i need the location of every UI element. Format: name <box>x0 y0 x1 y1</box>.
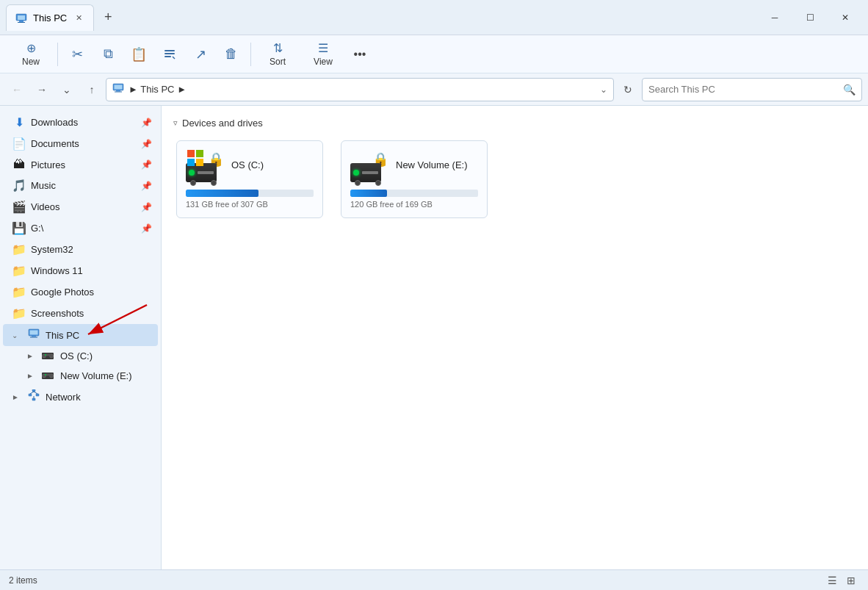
drive-progress-bar-wrap <box>186 190 314 197</box>
sidebar-item-pictures[interactable]: 🏔 Pictures 📌 <box>3 154 158 175</box>
system32-icon: 📁 <box>12 242 26 256</box>
sidebar-item-system32[interactable]: 📁 System32 <box>3 239 158 260</box>
windows11-icon: 📁 <box>12 264 26 278</box>
svg-rect-10 <box>115 92 122 93</box>
drive-progress-bar-fill <box>350 190 387 197</box>
pin-icon-videos: 📌 <box>141 202 152 212</box>
googlephotos-label: Google Photos <box>31 287 152 298</box>
network-icon <box>26 389 41 404</box>
this-pc-icon <box>26 328 41 342</box>
dropdown-history-button[interactable]: ⌄ <box>56 79 78 101</box>
toolbar-separator-1 <box>57 43 58 66</box>
up-button[interactable]: ↑ <box>81 79 103 101</box>
toolbar: ⊕ New ✂ ⧉ 📋 ↗ 🗑 ⇅ Sort ☰ View ••• <box>0 35 868 73</box>
maximize-button[interactable]: ☐ <box>793 6 827 29</box>
this-pc-expand-icon[interactable]: ⌄ <box>12 331 22 339</box>
view-button[interactable]: ☰ View <box>301 38 345 71</box>
forward-button[interactable]: → <box>31 79 53 101</box>
pin-icon-music: 📌 <box>141 181 152 191</box>
search-icon[interactable]: 🔍 <box>843 84 856 96</box>
rename-button[interactable] <box>155 40 184 69</box>
drive-item-e-drive[interactable]: 🔒 New Volume (E:) 120 GB free of 169 GB <box>341 140 488 218</box>
svg-rect-26 <box>32 389 35 392</box>
new-volume-e-expand-icon[interactable]: ► <box>26 372 37 380</box>
svg-rect-2 <box>19 21 23 22</box>
disk-wheels <box>190 180 217 186</box>
drives-grid: 🔒 OS (C:) 131 GB free of 307 GB <box>173 140 856 218</box>
address-box[interactable]: ► This PC ► ⌄ <box>106 78 614 101</box>
this-pc-section: ⌄ This PC ► <box>0 324 161 386</box>
cut-button[interactable]: ✂ <box>62 40 92 69</box>
back-button[interactable]: ← <box>6 79 28 101</box>
this-pc-tab-icon <box>15 12 27 24</box>
drive-name: OS (C:) <box>231 159 314 170</box>
grid-view-button[interactable]: ⊞ <box>843 572 859 589</box>
sidebar-item-videos[interactable]: 🎬 Videos 📌 <box>3 196 158 217</box>
minimize-button[interactable]: ─ <box>758 6 792 29</box>
sidebar-item-downloads[interactable]: ⬇ Downloads 📌 <box>3 112 158 133</box>
sidebar-item-gdrive[interactable]: 💾 G:\ 📌 <box>3 217 158 239</box>
new-vol-e-drive-icon <box>41 370 56 382</box>
delete-button[interactable]: 🗑 <box>217 40 246 69</box>
add-tab-button[interactable]: + <box>97 7 119 29</box>
sidebar-item-music[interactable]: 🎵 Music 📌 <box>3 175 158 196</box>
svg-rect-3 <box>18 22 25 23</box>
drive-info: New Volume (E:) <box>396 159 478 173</box>
sidebar-item-this-pc[interactable]: ⌄ This PC <box>3 324 158 346</box>
disk-led <box>353 170 359 176</box>
music-label: Music <box>31 180 137 191</box>
sidebar-item-os-c[interactable]: ► OS (C:) <box>3 346 158 366</box>
address-dropdown-button[interactable]: ⌄ <box>600 84 607 95</box>
os-c-expand-icon[interactable]: ► <box>26 352 37 360</box>
search-box[interactable]: 🔍 <box>642 78 862 101</box>
svg-rect-8 <box>115 85 123 90</box>
svg-rect-15 <box>30 337 37 338</box>
more-options-button[interactable]: ••• <box>347 41 373 68</box>
pc-icon <box>112 82 124 96</box>
sidebar-item-googlephotos[interactable]: 📁 Google Photos <box>3 281 158 303</box>
sort-icon: ⇅ <box>273 41 283 55</box>
refresh-button[interactable]: ↻ <box>617 79 639 101</box>
svg-point-20 <box>45 354 46 356</box>
sidebar-item-documents[interactable]: 📄 Documents 📌 <box>3 133 158 154</box>
drive-header: 🔒 OS (C:) <box>186 150 314 182</box>
toolbar-separator-2 <box>250 43 251 66</box>
pin-icon-downloads: 📌 <box>141 118 152 128</box>
svg-rect-29 <box>32 398 35 400</box>
network-expand-icon[interactable]: ► <box>12 393 22 401</box>
paste-button[interactable]: 📋 <box>124 40 153 69</box>
share-button[interactable]: ↗ <box>186 40 215 69</box>
new-button[interactable]: ⊕ New <box>9 38 53 71</box>
documents-icon: 📄 <box>12 137 26 151</box>
windows-logo-icon <box>187 150 203 170</box>
network-label: Network <box>46 392 152 403</box>
drive-progress-bar-wrap <box>350 190 478 197</box>
svg-point-25 <box>45 374 46 375</box>
gdrive-label: G:\ <box>31 223 137 234</box>
svg-rect-33 <box>187 150 195 157</box>
window-tab[interactable]: This PC ✕ <box>6 4 94 31</box>
tab-close-button[interactable]: ✕ <box>73 12 84 24</box>
section-collapse-icon[interactable]: ▿ <box>173 118 178 128</box>
this-pc-label: This PC <box>46 330 152 341</box>
drive-item-c-drive[interactable]: 🔒 OS (C:) 131 GB free of 307 GB <box>176 140 323 218</box>
new-icon: ⊕ <box>26 41 36 55</box>
wheel-right <box>211 180 217 186</box>
close-button[interactable]: ✕ <box>828 6 862 29</box>
sidebar-item-new-volume-e[interactable]: ► New Volume (E:) <box>3 366 158 386</box>
sort-button[interactable]: ⇅ Sort <box>256 38 300 71</box>
search-input[interactable] <box>648 84 839 95</box>
sidebar-item-screenshots[interactable]: 📁 Screenshots <box>3 303 158 324</box>
svg-rect-6 <box>164 56 171 57</box>
tab-label: This PC <box>33 12 67 24</box>
sidebar-item-windows11[interactable]: 📁 Windows 11 <box>3 260 158 281</box>
drive-space-label: 120 GB free of 169 GB <box>350 200 478 209</box>
items-count: 2 items <box>9 575 37 586</box>
videos-label: Videos <box>31 201 137 212</box>
sidebar-item-network[interactable]: ► Network <box>3 386 158 408</box>
screenshots-label: Screenshots <box>31 308 152 319</box>
list-view-button[interactable]: ☰ <box>824 572 840 589</box>
documents-label: Documents <box>31 138 137 149</box>
os-c-label: OS (C:) <box>60 350 152 361</box>
copy-button[interactable]: ⧉ <box>93 40 123 69</box>
